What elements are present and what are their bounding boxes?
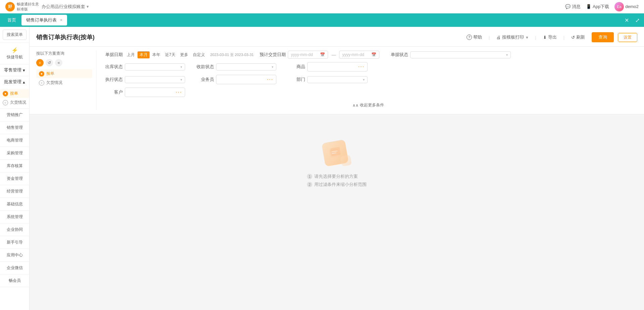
sidebar-item-enterprise[interactable]: 企业协同 — [0, 223, 29, 236]
date-tab-current-month[interactable]: 本月 — [138, 51, 150, 58]
breadcrumb-dropdown-icon[interactable]: ▾ — [87, 4, 89, 9]
query-button[interactable]: 查询 — [592, 32, 614, 42]
expected-delivery-start-input[interactable]: yyyy-mm-dd 📅 — [288, 51, 328, 59]
date-tabs: 上月 本月 本年 近7天 更多 自定义 — [125, 51, 207, 58]
date-tab-last-month[interactable]: 上月 — [125, 51, 137, 58]
filter-salesperson-item: 业务员 ··· — [191, 75, 276, 84]
salesperson-label: 业务员 — [191, 76, 214, 83]
sidebar-nav: ⚡ 快捷导航 — [0, 43, 29, 64]
close-tab-button[interactable]: ✕ — [623, 16, 631, 24]
search-menu-button[interactable]: 搜索菜单 — [3, 30, 26, 40]
top-bar-left: 好 畅捷通好生意 标准版 办公用品行业模拟账套 ▾ — [5, 2, 89, 11]
filter-expected-delivery-item: 预计交货日期 yyyy-mm-dd 📅 — yyyy-mm-dd 📅 — [259, 51, 379, 59]
tab-close-icon[interactable]: × — [60, 18, 62, 22]
empty-tips: 1 请先选择要分析的方案 2 用过滤条件来缩小分析范围 — [307, 173, 367, 190]
template-print-button[interactable]: 🖨 按模板打印 ▾ — [494, 33, 531, 42]
department-label: 部门 — [282, 76, 305, 83]
page-header: 销售订单执行表(按单) ? 帮助 | 🖨 按模板打印 ▾ | ⬇ 导出 | — [30, 27, 644, 47]
goods-dots-icon[interactable]: ··· — [358, 64, 365, 70]
sidebar-item-inventory[interactable]: 库存核算 — [0, 160, 29, 172]
quick-nav-icon: ⚡ — [11, 47, 18, 53]
add-scheme-button[interactable]: + — [36, 59, 44, 66]
date-tab-last-7-days[interactable]: 近7天 — [163, 51, 177, 58]
divider1: | — [489, 35, 490, 40]
filter-row-2: 出库状态 ▾ 收款状态 ▾ 商品 — [99, 62, 637, 71]
sidebar-sub-item-by-order[interactable]: ● 按单 — [0, 89, 29, 98]
filter-goods-item: 商品 ··· — [282, 62, 368, 71]
expected-delivery-end-input[interactable]: yyyy-mm-dd 📅 — [339, 51, 379, 59]
refresh-scheme-button[interactable]: ↺ — [46, 59, 53, 66]
sidebar-item-ecommerce[interactable]: 电商管理 — [0, 134, 29, 147]
order-status-select[interactable]: ▾ — [410, 51, 511, 58]
sidebar-item-newbie[interactable]: 新手引导 — [0, 236, 29, 249]
wholesale-expand-icon: ▴ — [23, 80, 25, 85]
date-tab-more[interactable]: 更多 — [178, 51, 190, 58]
scheme-item-by-order[interactable]: ● 按单 — [36, 69, 92, 78]
department-caret-icon: ▾ — [363, 78, 365, 82]
sidebar-item-quick-nav[interactable]: ⚡ 快捷导航 — [0, 44, 29, 63]
filter-schemes: 按以下方案查询 + ↺ « ● 按单 — [36, 51, 97, 110]
sidebar-item-sales[interactable]: 销售管理 — [0, 121, 29, 134]
filter-department-item: 部门 ▾ — [282, 76, 368, 83]
sidebar-item-marketing[interactable]: 营销推广 — [0, 109, 29, 121]
execution-status-select[interactable]: ▾ — [125, 76, 185, 83]
retail-expand-icon: ▾ — [23, 68, 25, 73]
app-download-button[interactable]: 📱 App下载 — [586, 4, 609, 10]
payment-status-select[interactable]: ▾ — [216, 63, 276, 70]
tab-bar-actions: ✕ ⤢ — [623, 16, 641, 24]
help-button[interactable]: ? 帮助 — [464, 33, 485, 42]
sidebar-item-finance[interactable]: 资金管理 — [0, 172, 29, 185]
sidebar-sub-item-debt[interactable]: ○ 欠货情况 — [0, 98, 29, 107]
goods-select[interactable]: ··· — [307, 62, 368, 71]
page-title: 销售订单执行表(按单) — [36, 33, 95, 41]
export-button[interactable]: ⬇ 导出 — [540, 33, 559, 42]
refresh-button[interactable]: ↺ 刷新 — [569, 33, 588, 42]
debt-icon: ○ — [3, 100, 8, 105]
delivery-status-select[interactable]: ▾ — [125, 63, 185, 70]
user-menu[interactable]: Ea demo2 — [614, 2, 639, 11]
fullscreen-button[interactable]: ⤢ — [633, 16, 641, 24]
message-button[interactable]: 💬 消息 — [565, 4, 581, 10]
divider2: | — [535, 35, 536, 40]
salesperson-select[interactable]: ··· — [216, 75, 276, 84]
sidebar-item-operations[interactable]: 经营管理 — [0, 185, 29, 198]
sidebar-item-wholesale[interactable]: 批发管理 ▴ — [0, 76, 29, 88]
goods-label: 商品 — [282, 64, 305, 70]
tab-sales-order-exec[interactable]: 销售订单执行表 × — [21, 15, 67, 25]
empty-tip-1: 1 请先选择要分析的方案 — [307, 173, 367, 179]
date-tab-current-year[interactable]: 本年 — [150, 51, 162, 58]
scheme-item-debt[interactable]: ○ 欠货情况 — [36, 78, 92, 87]
empty-icon-box — [321, 139, 348, 166]
logo-text: 畅捷通好生意 标准版 — [17, 2, 39, 11]
sidebar-item-member[interactable]: 畅会员 — [0, 274, 29, 287]
date-tab-custom[interactable]: 自定义 — [191, 51, 207, 58]
collapse-scheme-button[interactable]: « — [55, 59, 62, 66]
sidebar-item-appstore[interactable]: 应用中心 — [0, 249, 29, 262]
sidebar-item-purchase[interactable]: 采购管理 — [0, 147, 29, 160]
collapse-more-icon: ∧∧ — [353, 103, 359, 108]
customer-select[interactable]: ··· — [125, 88, 185, 97]
sidebar-item-basic[interactable]: 基础信息 — [0, 198, 29, 211]
sidebar-item-system[interactable]: 系统管理 — [0, 211, 29, 223]
sidebar-section-wholesale: 批发管理 ▴ ● 按单 ○ 欠货情况 — [0, 76, 29, 109]
collapse-more-button[interactable]: ∧∧ 收起更多条件 — [99, 100, 637, 110]
sidebar-item-retail[interactable]: 零售管理 ▾ — [0, 64, 29, 76]
top-bar: 好 畅捷通好生意 标准版 办公用品行业模拟账套 ▾ 💬 消息 📱 App下载 E… — [0, 0, 644, 13]
help-icon: ? — [467, 35, 472, 40]
filter-fields: 单据日期 上月 本月 本年 近7天 更多 自定义 2023-03-01 至 — [99, 51, 637, 110]
calendar-end-icon: 📅 — [371, 52, 376, 57]
salesperson-dots-icon[interactable]: ··· — [267, 76, 273, 83]
divider3: | — [564, 35, 565, 40]
settings-button[interactable]: 设置 — [618, 33, 637, 42]
sidebar-item-wechat[interactable]: 企业微信 — [0, 262, 29, 274]
sidebar: 搜索菜单 ⚡ 快捷导航 零售管理 ▾ 批发管理 ▴ ● 按单 — [0, 27, 30, 310]
customer-dots-icon[interactable]: ··· — [176, 89, 182, 95]
department-select[interactable]: ▾ — [307, 76, 368, 83]
avatar: Ea — [614, 2, 624, 11]
calendar-start-icon: 📅 — [320, 52, 325, 57]
wholesale-sub-items: ● 按单 ○ 欠货情况 — [0, 88, 29, 108]
tab-home[interactable]: 首页 — [3, 15, 21, 25]
filter-order-status-item: 单据状态 ▾ — [385, 51, 511, 58]
breadcrumb: 办公用品行业模拟账套 ▾ — [42, 4, 89, 10]
refresh-icon: ↺ — [571, 35, 575, 40]
